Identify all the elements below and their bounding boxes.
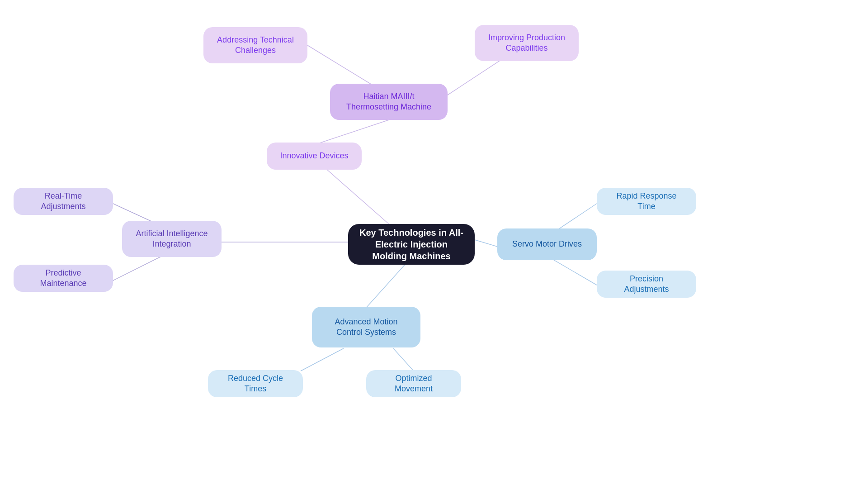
improving-production-node: Improving Production Capabilities bbox=[475, 25, 579, 61]
servo-motor-label: Servo Motor Drives bbox=[512, 239, 582, 249]
rapid-response-label: Rapid Response Time bbox=[607, 191, 686, 212]
haitian-node: Haitian MAIII/t Thermosetting Machine bbox=[330, 84, 448, 120]
svg-line-9 bbox=[393, 348, 414, 371]
svg-line-7 bbox=[366, 262, 407, 308]
predictive-maintenance-label: Predictive Maintenance bbox=[24, 268, 103, 289]
addressing-technical-label: Addressing Technical Challenges bbox=[213, 35, 297, 56]
addressing-technical-node: Addressing Technical Challenges bbox=[203, 27, 307, 63]
innovative-devices-label: Innovative Devices bbox=[280, 151, 348, 161]
optimized-movement-node: Optimized Movement bbox=[366, 370, 461, 397]
real-time-node: Real-Time Adjustments bbox=[14, 188, 113, 215]
rapid-response-node: Rapid Response Time bbox=[597, 188, 696, 215]
predictive-maintenance-node: Predictive Maintenance bbox=[14, 265, 113, 292]
optimized-movement-label: Optimized Movement bbox=[376, 373, 451, 395]
precision-node: Precision Adjustments bbox=[597, 271, 696, 298]
center-node: Key Technologies in All-Electric Injecti… bbox=[348, 224, 475, 265]
advanced-motion-label: Advanced Motion Control Systems bbox=[322, 317, 410, 338]
center-label: Key Technologies in All-Electric Injecti… bbox=[358, 227, 465, 262]
haitian-label: Haitian MAIII/t Thermosetting Machine bbox=[340, 91, 438, 113]
ai-integration-label: Artificial Intelligence Integration bbox=[132, 228, 212, 250]
ai-integration-node: Artificial Intelligence Integration bbox=[122, 221, 222, 257]
reduced-cycle-label: Reduced Cycle Times bbox=[218, 373, 293, 395]
reduced-cycle-node: Reduced Cycle Times bbox=[208, 370, 303, 397]
precision-label: Precision Adjustments bbox=[607, 274, 686, 295]
servo-motor-node: Servo Motor Drives bbox=[497, 228, 597, 260]
real-time-label: Real-Time Adjustments bbox=[24, 191, 103, 212]
advanced-motion-node: Advanced Motion Control Systems bbox=[312, 307, 420, 347]
svg-line-1 bbox=[314, 120, 389, 145]
innovative-devices-node: Innovative Devices bbox=[267, 143, 362, 170]
improving-production-label: Improving Production Capabilities bbox=[485, 33, 569, 54]
svg-line-8 bbox=[301, 348, 344, 371]
svg-line-10 bbox=[475, 240, 497, 247]
